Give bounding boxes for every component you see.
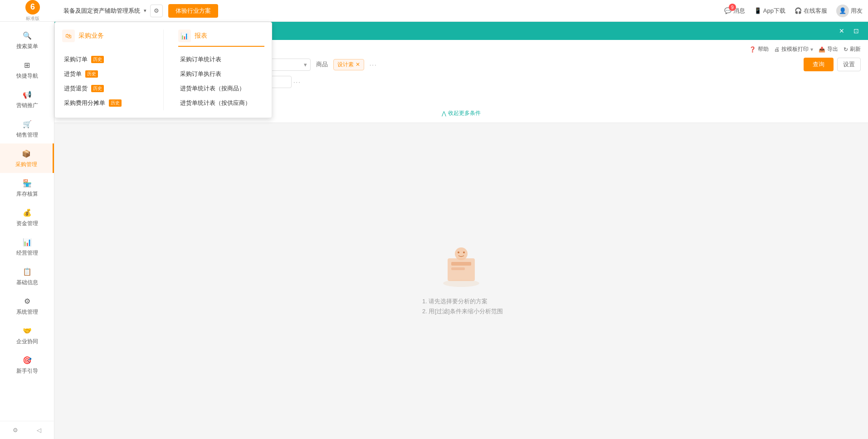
print-btn[interactable]: 🖨 按模板打印 ▾ [774, 45, 813, 53]
app-download-btn[interactable]: 📱 App下载 [754, 7, 785, 15]
finance-icon: 💰 [22, 207, 33, 218]
menu-divider [163, 30, 164, 110]
salesperson-more-dots[interactable]: ··· [293, 79, 301, 85]
empty-illustration [434, 245, 488, 290]
print-dropdown-icon[interactable]: ▾ [810, 46, 813, 53]
menu-item-order-exec[interactable]: 采购订单执行表 [178, 67, 265, 81]
sidebar-item-sales[interactable]: 🛒 销售管理 [0, 114, 54, 143]
search-icon: 🔍 [22, 30, 33, 41]
purchase-section-icon: 🛍 [62, 30, 75, 42]
sidebar-item-search[interactable]: 🔍 搜索菜单 [0, 25, 54, 55]
collapse-up-icon: ⋀ [442, 110, 446, 117]
query-button[interactable]: 查询 [804, 58, 834, 71]
top-right: 💬 9 消息 📱 App下载 🎧 在线客服 👤 用友 [724, 5, 863, 17]
sidebar-item-system[interactable]: ⚙ 系统管理 [0, 291, 54, 321]
action-buttons: 查询 设置 [804, 58, 861, 71]
export-icon: 📤 [819, 46, 825, 53]
svg-rect-2 [451, 262, 471, 266]
sidebar-item-purchase[interactable]: 📦 采购管理 [0, 143, 54, 173]
refresh-btn[interactable]: ↻ 刷新 [844, 45, 861, 53]
sidebar-item-finance[interactable]: 💰 资金管理 [0, 202, 54, 232]
report-section-header: 📊 报表 [178, 30, 265, 47]
marketing-icon: 📢 [22, 89, 33, 100]
purchase-dropdown-menu: 🛍 采购业务 采购订单 历史 进货单 历史 进货退货 历史 采购费用分摊单 历史… [54, 22, 272, 118]
empty-state: 请先选择要分析的方案 用[过滤]条件来缩小分析范围 [54, 123, 868, 439]
sales-icon: 🛒 [22, 118, 33, 129]
messages-btn[interactable]: 💬 9 消息 [724, 7, 745, 15]
settings-button[interactable]: ⚙ [150, 5, 163, 17]
purchase-icon: 📦 [21, 148, 32, 159]
newbie-icon: 🎯 [22, 355, 33, 365]
system-title: 装备及固定资产辅助管理系统 ▾ [63, 7, 146, 15]
basic-icon: 📋 [22, 266, 33, 277]
sidebar-settings-icon[interactable]: ⚙ [13, 427, 18, 434]
menu-item-incoming-stats-supplier[interactable]: 进货单统计表（按供应商） [178, 96, 265, 110]
history-badge-2: 历史 [91, 85, 104, 92]
empty-text: 请先选择要分析的方案 用[过滤]条件来缩小分析范围 [419, 297, 502, 317]
sidebar-item-basic[interactable]: 📋 基础信息 [0, 261, 54, 291]
sidebar-item-operation[interactable]: 📊 经营管理 [0, 232, 54, 261]
history-badge-3: 历史 [109, 99, 122, 107]
sidebar: 🔍 搜索菜单 ⊞ 快捷导航 📢 营销推广 🛒 销售管理 📦 采购管理 🏪 库存核… [0, 22, 54, 439]
purchase-section: 🛍 采购业务 采购订单 历史 进货单 历史 进货退货 历史 采购费用分摊单 历史 [62, 30, 149, 110]
help-btn[interactable]: ❓ 帮助 [749, 45, 769, 53]
message-count: 9 [729, 4, 736, 11]
toolbar-right: ❓ 帮助 🖨 按模板打印 ▾ 📤 导出 ↻ 刷新 [749, 45, 861, 53]
sidebar-collapse-icon[interactable]: ◁ [37, 427, 41, 434]
report-section-icon: 📊 [178, 30, 191, 42]
online-service-btn[interactable]: 🎧 在线客服 [795, 7, 827, 15]
operation-icon: 📊 [22, 237, 33, 247]
menu-item-incoming[interactable]: 进货单 历史 [62, 67, 149, 81]
settings-button-filter[interactable]: 设置 [837, 58, 861, 71]
refresh-icon: ↻ [844, 46, 848, 53]
menu-item-purchase-order[interactable]: 采购订单 历史 [62, 52, 149, 67]
inventory-icon: 🏪 [22, 178, 33, 188]
svg-point-5 [458, 252, 459, 253]
goods-tag-close[interactable]: ✕ [356, 61, 360, 68]
help-icon: ❓ [749, 46, 756, 53]
tab-close-btn[interactable]: ✕ [835, 25, 848, 37]
user-menu[interactable]: 👤 用友 [836, 5, 863, 17]
sidebar-item-quick-nav[interactable]: ⊞ 快捷导航 [0, 55, 54, 84]
sidebar-item-newbie[interactable]: 🎯 新手引导 [0, 350, 54, 380]
system-title-dropdown[interactable]: ▾ [144, 8, 146, 14]
industry-btn[interactable]: 体验行业方案 [168, 4, 218, 18]
print-icon: 🖨 [774, 46, 780, 53]
notification-badge: 💬 9 [724, 7, 731, 14]
svg-point-4 [455, 247, 468, 260]
export-btn[interactable]: 📤 导出 [819, 45, 838, 53]
menu-item-expense[interactable]: 采购费用分摊单 历史 [62, 96, 149, 110]
tab-bar-right: ✕ ⊡ [835, 25, 866, 37]
svg-point-6 [463, 252, 465, 253]
goods-tag: 设计素 ✕ [333, 59, 364, 70]
logo-icon: 6 [25, 0, 40, 15]
purchase-section-header: 🛍 采购业务 [62, 30, 149, 47]
sidebar-item-marketing[interactable]: 📢 营销推广 [0, 84, 54, 114]
menu-item-order-stats[interactable]: 采购订单统计表 [178, 52, 265, 67]
enterprise-icon: 🤝 [22, 325, 33, 336]
menu-item-return[interactable]: 进货退货 历史 [62, 81, 149, 96]
quick-nav-icon: ⊞ [22, 59, 33, 70]
goods-more-dots[interactable]: ··· [370, 61, 377, 68]
user-avatar: 👤 [836, 5, 849, 17]
report-section: 📊 报表 采购订单统计表 采购订单执行表 进货单统计表（按商品） 进货单统计表（… [178, 30, 265, 110]
svg-rect-3 [451, 267, 465, 270]
sidebar-item-enterprise[interactable]: 🤝 企业协同 [0, 321, 54, 350]
history-badge-1: 历史 [85, 70, 98, 78]
menu-item-incoming-stats-goods[interactable]: 进货单统计表（按商品） [178, 81, 265, 96]
logo-area: 6 标准版 [5, 0, 60, 22]
history-badge-0: 历史 [91, 56, 104, 63]
logo-subtitle: 标准版 [26, 15, 39, 22]
sidebar-bottom: ⚙ ◁ [0, 421, 54, 439]
sidebar-item-inventory[interactable]: 🏪 库存核算 [0, 173, 54, 202]
system-icon: ⚙ [22, 296, 33, 306]
goods-label: 商品 [316, 60, 328, 69]
tab-maximize-btn[interactable]: ⊡ [850, 25, 863, 37]
top-bar: 6 标准版 装备及固定资产辅助管理系统 ▾ ⚙ 体验行业方案 💬 9 消息 📱 … [0, 0, 868, 22]
